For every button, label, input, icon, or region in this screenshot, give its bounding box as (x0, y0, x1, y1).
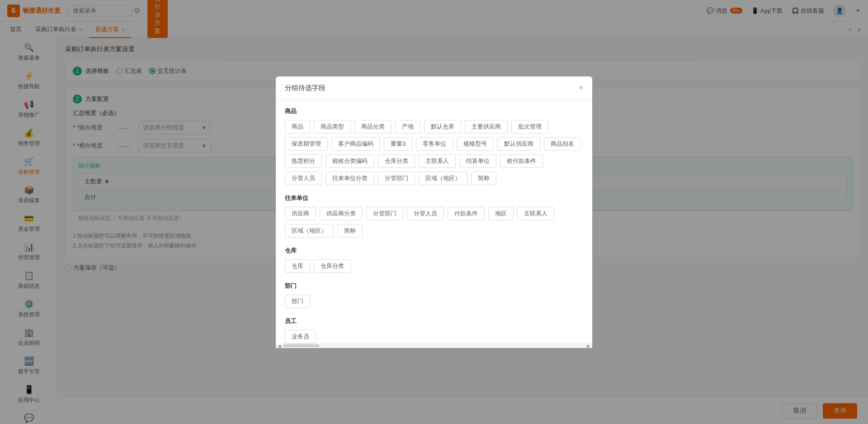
field-tag[interactable]: 商品类型 (314, 120, 351, 133)
field-tag[interactable]: 地区 (488, 207, 514, 220)
field-tag[interactable]: 部门 (285, 295, 310, 308)
field-group-partner: 往来单位 供应商 供应商分类 分管部门 分管人员 付款条件 地区 主联系人 区域… (285, 194, 583, 238)
scroll-right-arrow[interactable]: ▶ (587, 343, 590, 348)
field-group-staff: 员工 业务员 (285, 317, 583, 343)
modal-overlay[interactable]: 分组待选字段 × 商品 商品 商品类型 商品分类 产地 默认仓库 主要供应商 批… (0, 0, 868, 424)
field-tag[interactable]: 税收分类编码 (326, 154, 374, 168)
scrollbar-thumb[interactable] (283, 344, 319, 347)
modal-close-button[interactable]: × (579, 84, 583, 92)
field-tag[interactable]: 商品 (285, 120, 310, 133)
field-tag[interactable]: 结算单位 (459, 154, 496, 168)
field-group-department: 部门 部门 (285, 282, 583, 308)
field-group-staff-title: 员工 (285, 317, 583, 325)
field-group-goods-title: 商品 (285, 107, 583, 115)
modal-title: 分组待选字段 (285, 84, 326, 92)
field-tag[interactable]: 主要供应商 (465, 120, 508, 133)
scroll-left-arrow[interactable]: ◀ (278, 343, 281, 348)
field-tag[interactable]: 重量3 (384, 137, 412, 151)
field-tag[interactable]: 往来单位分类 (326, 172, 374, 185)
field-tag[interactable]: 供应商分类 (320, 207, 363, 220)
field-group-goods: 商品 商品 商品类型 商品分类 产地 默认仓库 主要供应商 批次管理 保质期管理… (285, 107, 583, 185)
field-tag[interactable]: 商品分类 (354, 120, 392, 133)
field-tag[interactable]: 区域（地区） (285, 224, 334, 238)
field-tag[interactable]: 区域（地区） (419, 172, 467, 185)
field-tag[interactable]: 产地 (395, 120, 420, 133)
field-tag[interactable]: 分管人员 (407, 207, 444, 220)
staff-field-tags: 业务员 (285, 330, 583, 343)
field-tag[interactable]: 商品别名 (544, 137, 581, 151)
field-tag[interactable]: 简称 (471, 172, 496, 185)
field-group-department-title: 部门 (285, 282, 583, 290)
field-tag[interactable]: 批次管理 (511, 120, 548, 133)
field-tag[interactable]: 规格型号 (457, 137, 494, 151)
field-tag[interactable]: 拣货积分 (285, 154, 322, 168)
field-tag[interactable]: 仓库 (285, 259, 310, 273)
modal-body: 商品 商品 商品类型 商品分类 产地 默认仓库 主要供应商 批次管理 保质期管理… (276, 100, 592, 343)
field-group-partner-title: 往来单位 (285, 194, 583, 202)
field-tag[interactable]: 分管部门 (378, 172, 415, 185)
modal-header: 分组待选字段 × (276, 76, 592, 100)
field-group-warehouse: 仓库 仓库 仓库分类 (285, 247, 583, 273)
department-field-tags: 部门 (285, 295, 583, 308)
field-tag[interactable]: 付款条件 (448, 207, 485, 220)
field-tag[interactable]: 收付款条件 (500, 154, 543, 168)
modal-horizontal-scrollbar[interactable]: ◀ ▶ (276, 343, 592, 348)
field-tag[interactable]: 主联系人 (517, 207, 554, 220)
field-tag[interactable]: 简称 (337, 224, 363, 238)
field-tag[interactable]: 客户商品编码 (331, 137, 380, 151)
field-tag[interactable]: 仓库分类 (314, 259, 351, 273)
field-group-warehouse-title: 仓库 (285, 247, 583, 255)
warehouse-field-tags: 仓库 仓库分类 (285, 259, 583, 273)
field-tag[interactable]: 主联系人 (419, 154, 456, 168)
field-tag[interactable]: 分管部门 (366, 207, 403, 220)
modal-dialog: 分组待选字段 × 商品 商品 商品类型 商品分类 产地 默认仓库 主要供应商 批… (276, 76, 592, 348)
field-tag[interactable]: 零售单位 (416, 137, 453, 151)
field-tag[interactable]: 业务员 (285, 330, 316, 343)
partner-field-tags: 供应商 供应商分类 分管部门 分管人员 付款条件 地区 主联系人 区域（地区） … (285, 207, 583, 238)
field-tag[interactable]: 保质期管理 (285, 137, 328, 151)
field-tag[interactable]: 分管人员 (285, 172, 322, 185)
field-tag[interactable]: 默认供应商 (497, 137, 540, 151)
goods-field-tags: 商品 商品类型 商品分类 产地 默认仓库 主要供应商 批次管理 保质期管理 客户… (285, 120, 583, 185)
field-tag[interactable]: 默认仓库 (424, 120, 461, 133)
field-tag[interactable]: 供应商 (285, 207, 316, 220)
field-tag[interactable]: 仓库分类 (378, 154, 415, 168)
